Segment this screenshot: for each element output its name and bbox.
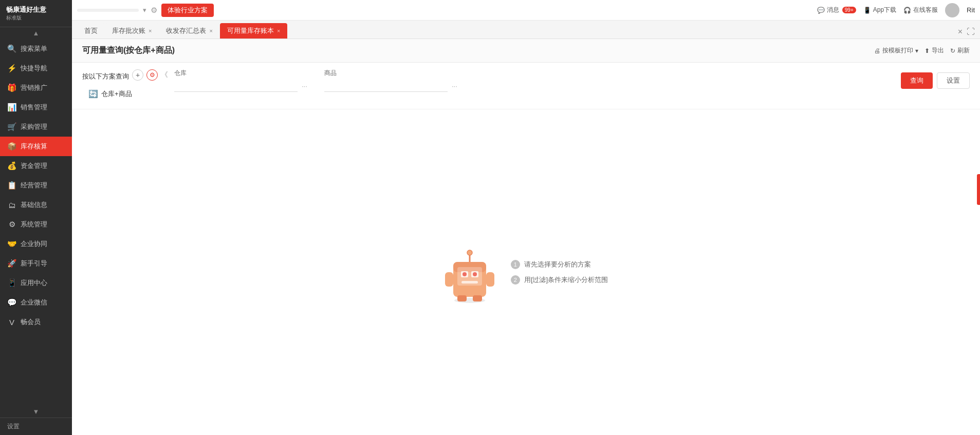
tab-batch-ledger-close[interactable]: × <box>149 28 152 34</box>
filter-scheme-settings-button[interactable]: ⚙ <box>146 69 158 81</box>
svg-rect-13 <box>457 295 467 301</box>
industry-solution-button[interactable]: 体验行业方案 <box>161 4 214 17</box>
sidebar-item-operations[interactable]: 📋经营管理 <box>0 176 72 195</box>
tab-stock-summary-close[interactable]: × <box>209 28 212 34</box>
appstore-icon: 📱 <box>7 278 16 288</box>
empty-state-step2: 2 用[过滤]条件来缩小分析范围 <box>511 275 608 285</box>
svg-rect-11 <box>445 272 453 287</box>
app-download-label: App下载 <box>873 6 896 14</box>
tab-available-ledger[interactable]: 可用量库存账本 × <box>220 23 287 39</box>
notification-label: 消息 <box>827 6 839 14</box>
product-dots-button[interactable]: ··· <box>452 82 457 90</box>
step1-number: 1 <box>514 261 517 268</box>
step2-number: 2 <box>514 277 517 283</box>
online-service-label: 在线客服 <box>913 6 938 14</box>
tabs-bar: 首页 库存批次账 × 收发存汇总表 × 可用量库存账本 × × ⛶ <box>72 21 980 39</box>
page-header-actions: 🖨 按模板打印 ▾ ⬆ 导出 ↻ 刷新 <box>874 46 970 55</box>
member-icon: V <box>7 318 16 327</box>
sidebar-settings[interactable]: 设置 <box>0 418 72 435</box>
scheme-item-icon: 🔄 <box>88 89 98 99</box>
sidebar-item-finance[interactable]: 💰资金管理 <box>0 156 72 176</box>
online-service-item[interactable]: 🎧 在线客服 <box>903 6 938 14</box>
system-icon: ⚙ <box>7 220 16 229</box>
svg-rect-8 <box>461 281 478 283</box>
sidebar-item-label-purchase: 采购管理 <box>21 122 47 131</box>
sidebar-item-sales[interactable]: 📊销售管理 <box>0 98 72 117</box>
notification-item[interactable]: 💬 消息 99+ <box>817 6 856 14</box>
sidebar-item-enterprise[interactable]: 🤝企业协同 <box>0 234 72 254</box>
tabs-actions: × ⛶ <box>958 27 980 39</box>
scheme-list: 🔄 仓库+商品 <box>82 85 168 103</box>
filter-collapse-icon[interactable]: 《 <box>161 70 168 80</box>
template-print-button[interactable]: 🖨 按模板打印 ▾ <box>874 46 918 55</box>
sidebar-item-label-system: 系统管理 <box>21 220 47 229</box>
query-button[interactable]: 查询 <box>901 72 933 89</box>
right-scroll-indicator[interactable] <box>977 174 980 205</box>
tab-home[interactable]: 首页 <box>77 23 105 39</box>
sidebar-item-label-search: 搜索菜单 <box>21 44 47 53</box>
sidebar-item-marketing[interactable]: 🎁营销推广 <box>0 78 72 98</box>
template-print-label: 按模板打印 <box>882 46 913 55</box>
warehouse-field-label: 仓库 <box>174 69 318 78</box>
tab-batch-ledger-label: 库存批次账 <box>112 26 145 35</box>
tab-expand-button[interactable]: ⛶ <box>967 27 975 36</box>
tab-available-ledger-close[interactable]: × <box>277 28 280 34</box>
tab-close-all-button[interactable]: × <box>958 27 963 36</box>
app-download-item[interactable]: 📱 App下载 <box>863 6 896 14</box>
shortcut-icon: ⚡ <box>7 64 16 73</box>
topbar-search-box <box>77 9 139 12</box>
export-button[interactable]: ⬆ 导出 <box>924 46 944 55</box>
sidebar-item-newbie[interactable]: 🚀新手引导 <box>0 254 72 273</box>
product-input-row: ··· <box>324 80 468 92</box>
refresh-label: 刷新 <box>957 46 970 55</box>
enterprise-icon: 🤝 <box>7 239 16 249</box>
tab-stock-summary[interactable]: 收发存汇总表 × <box>159 23 219 39</box>
user-avatar[interactable] <box>945 3 959 17</box>
warehouse-input-row: ··· <box>174 80 318 92</box>
product-input[interactable] <box>324 80 448 92</box>
sidebar-item-basic[interactable]: 🗂基础信息 <box>0 195 72 215</box>
sidebar-item-appstore[interactable]: 📱应用中心 <box>0 273 72 293</box>
sidebar-item-label-finance: 资金管理 <box>21 161 47 171</box>
refresh-icon: ↻ <box>950 47 955 54</box>
warehouse-filter-field: 仓库 ··· <box>174 69 318 92</box>
printer-icon: 🖨 <box>874 47 880 54</box>
sidebar-item-label-newbie: 新手引导 <box>21 259 47 268</box>
sidebar-item-inventory[interactable]: 📦库存核算 <box>0 137 72 156</box>
operations-icon: 📋 <box>7 181 16 190</box>
filter-scheme-label: 按以下方案查询 <box>82 69 129 81</box>
notification-badge: 99+ <box>842 7 856 13</box>
notification-icon: 💬 <box>817 7 825 14</box>
sidebar-item-label-inventory: 库存核算 <box>21 142 47 151</box>
refresh-button[interactable]: ↻ 刷新 <box>950 46 970 55</box>
page-title: 可用量查询(按仓库+商品) <box>82 45 175 56</box>
warehouse-dots-button[interactable]: ··· <box>302 82 307 90</box>
settings-button[interactable]: 设置 <box>937 72 970 89</box>
sidebar-item-label-shortcut: 快捷导航 <box>21 64 47 73</box>
tab-batch-ledger[interactable]: 库存批次账 × <box>105 23 159 39</box>
marketing-icon: 🎁 <box>7 83 16 92</box>
topbar-dropdown-arrow[interactable]: ▾ <box>143 6 146 14</box>
sidebar-item-shortcut[interactable]: ⚡快捷导航 <box>0 59 72 78</box>
topbar: ▾ ⚙ 体验行业方案 💬 消息 99+ 📱 App下载 🎧 在线客服 Rit <box>72 0 980 21</box>
sidebar-item-wxwork[interactable]: 💬企业微信 <box>0 293 72 312</box>
sidebar-item-label-sales: 销售管理 <box>21 103 47 112</box>
sidebar-item-member[interactable]: V畅会员 <box>0 312 72 332</box>
sidebar: 畅康通好生意 标准版 ▲ 🔍搜索菜单⚡快捷导航🎁营销推广📊销售管理🛒采购管理📦库… <box>0 0 72 435</box>
filter-add-scheme-button[interactable]: + <box>132 69 143 81</box>
main-area: ▾ ⚙ 体验行业方案 💬 消息 99+ 📱 App下载 🎧 在线客服 Rit 首… <box>72 0 980 435</box>
sidebar-item-purchase[interactable]: 🛒采购管理 <box>0 117 72 137</box>
topbar-gear-icon[interactable]: ⚙ <box>151 6 157 15</box>
empty-state-step1: 1 请先选择要分析的方案 <box>511 260 608 269</box>
sidebar-item-label-wxwork: 企业微信 <box>21 298 47 307</box>
sidebar-item-system[interactable]: ⚙系统管理 <box>0 215 72 234</box>
sidebar-item-search[interactable]: 🔍搜索菜单 <box>0 39 72 59</box>
sidebar-scroll-up[interactable]: ▲ <box>0 27 72 39</box>
scheme-item-warehouse-product[interactable]: 🔄 仓库+商品 <box>82 85 168 103</box>
sidebar-scroll-down[interactable]: ▼ <box>0 406 72 418</box>
svg-rect-14 <box>473 295 482 301</box>
sidebar-item-label-member: 畅会员 <box>21 317 41 327</box>
sidebar-logo-title: 畅康通好生意 <box>6 5 66 14</box>
topbar-right-section: 💬 消息 99+ 📱 App下载 🎧 在线客服 Rit <box>817 3 975 17</box>
warehouse-input[interactable] <box>174 80 298 92</box>
